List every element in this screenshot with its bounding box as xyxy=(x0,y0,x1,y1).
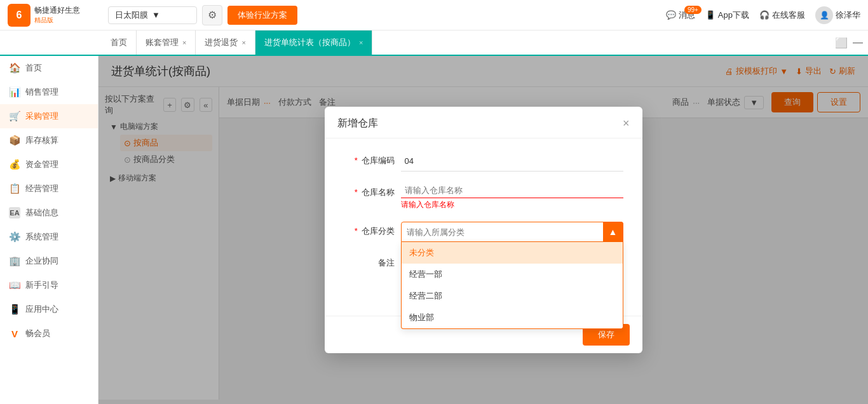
category-field-wrap: ▲ 未分类 经营一部 经营二部 物业部 xyxy=(401,222,623,242)
dropdown-item-0[interactable]: 未分类 xyxy=(402,242,623,264)
message-button[interactable]: 💬 消息 99+ xyxy=(666,10,695,21)
content-area: 进货单统计(按商品) 🖨 按模板打印 ▼ ⬇ 导出 ↻ 刷新 xyxy=(98,56,868,404)
sidebar-item-label: 基础信息 xyxy=(25,207,58,219)
category-input[interactable] xyxy=(401,222,623,242)
category-label: * 仓库分类 xyxy=(344,222,395,237)
dialog-body: * 仓库编码 * 仓库名称 请输入仓库名称 xyxy=(325,138,642,316)
basic-info-icon: EA xyxy=(9,207,20,219)
logo-area: 6 畅捷通好生意 精品版 xyxy=(8,4,103,27)
logo-icon: 6 xyxy=(8,4,31,27)
message-badge: 99+ xyxy=(684,6,702,14)
dropdown-item-1[interactable]: 经营一部 xyxy=(402,264,623,285)
tab-label: 进货单统计表（按商品） xyxy=(264,37,355,48)
chevron-down-icon: ▼ xyxy=(152,10,160,20)
code-label: * 仓库编码 xyxy=(344,151,395,166)
sidebar-item-basic-info[interactable]: EA 基础信息 xyxy=(0,201,98,225)
home-icon: 🏠 xyxy=(9,62,20,74)
sidebar-item-inventory[interactable]: 📦 库存核算 xyxy=(0,128,98,152)
tab-bar-controls: ⬜ — xyxy=(835,30,868,55)
tab-minimize-button[interactable]: — xyxy=(853,37,863,48)
store-selector[interactable]: 日太阳膜 ▼ xyxy=(108,6,197,24)
sidebar-item-vip[interactable]: V 畅会员 xyxy=(0,321,98,346)
sidebar-item-label: 经营管理 xyxy=(25,183,58,194)
sidebar-item-purchase[interactable]: 🛒 采购管理 xyxy=(0,104,98,128)
vip-icon: V xyxy=(9,328,20,339)
notes-label: 备注 xyxy=(344,253,395,269)
tab-close-icon[interactable]: × xyxy=(241,39,245,46)
message-icon: 💬 xyxy=(666,10,676,20)
main-layout: 🏠 首页 📊 销售管理 🛒 采购管理 📦 库存核算 💰 资金管理 📋 经营管理 … xyxy=(0,56,868,404)
apps-icon: 📱 xyxy=(9,304,20,315)
sidebar-item-label: 系统管理 xyxy=(25,231,58,243)
purchase-icon: 🛒 xyxy=(9,111,20,122)
sidebar-item-label: 应用中心 xyxy=(25,304,58,315)
category-toggle-button[interactable]: ▲ xyxy=(603,222,623,242)
user-menu[interactable]: 👤 徐泽华 xyxy=(815,6,860,24)
name-error-text: 请输入仓库名称 xyxy=(401,199,623,210)
operations-icon: 📋 xyxy=(9,183,20,194)
sidebar: 🏠 首页 📊 销售管理 🛒 采购管理 📦 库存核算 💰 资金管理 📋 经营管理 … xyxy=(0,56,98,404)
sidebar-item-label: 企业协同 xyxy=(25,255,58,267)
trial-button[interactable]: 体验行业方案 xyxy=(227,6,297,25)
sidebar-item-enterprise[interactable]: 🏢 企业协同 xyxy=(0,249,98,273)
code-input[interactable] xyxy=(401,151,623,172)
form-row-name: * 仓库名称 请输入仓库名称 xyxy=(344,183,623,210)
mobile-icon: 📱 xyxy=(705,10,715,20)
enterprise-icon: 🏢 xyxy=(9,255,20,267)
settings-button[interactable]: ⚙ xyxy=(202,5,222,25)
sidebar-item-label: 畅会员 xyxy=(25,328,50,339)
form-row-category: * 仓库分类 ▲ 未分类 经营一部 经营二部 物业部 xyxy=(344,222,623,242)
sidebar-item-operations[interactable]: 📋 经营管理 xyxy=(0,177,98,201)
tab-restore-button[interactable]: ⬜ xyxy=(835,37,848,49)
sidebar-item-apps[interactable]: 📱 应用中心 xyxy=(0,297,98,321)
dropdown-item-3[interactable]: 物业部 xyxy=(402,307,623,328)
dialog-header: 新增仓库 × xyxy=(325,107,642,138)
tab-bar: 首页 账套管理 × 进货退货 × 进货单统计表（按商品） × ⬜ — xyxy=(0,30,868,56)
sales-icon: 📊 xyxy=(9,86,20,98)
sidebar-item-label: 首页 xyxy=(25,62,42,74)
tab-purchase-stats[interactable]: 进货单统计表（按商品） × xyxy=(255,30,372,55)
modal-overlay: 新增仓库 × * 仓库编码 * xyxy=(98,56,868,404)
tab-label: 进货退货 xyxy=(205,37,238,48)
name-input[interactable] xyxy=(401,183,623,198)
name-label: * 仓库名称 xyxy=(344,183,395,198)
name-field-wrap: 请输入仓库名称 xyxy=(401,183,623,210)
online-service-button[interactable]: 🎧 在线客服 xyxy=(759,10,805,21)
sidebar-item-label: 资金管理 xyxy=(25,159,58,170)
new-warehouse-dialog: 新增仓库 × * 仓库编码 * xyxy=(325,107,642,353)
sidebar-item-finance[interactable]: 💰 资金管理 xyxy=(0,152,98,177)
sidebar-item-label: 新手引导 xyxy=(25,279,58,291)
dialog-close-button[interactable]: × xyxy=(623,117,630,130)
tab-label: 账套管理 xyxy=(146,37,179,48)
sidebar-item-guide[interactable]: 📖 新手引导 xyxy=(0,273,98,297)
tab-home-label: 首页 xyxy=(111,37,127,48)
top-bar: 6 畅捷通好生意 精品版 日太阳膜 ▼ ⚙ 体验行业方案 💬 消息 99+ 📱 … xyxy=(0,0,868,30)
sidebar-item-label: 库存核算 xyxy=(25,135,58,146)
dialog-title: 新增仓库 xyxy=(337,117,378,130)
tab-account-management[interactable]: 账套管理 × xyxy=(137,30,196,55)
guide-icon: 📖 xyxy=(9,279,20,291)
inventory-icon: 📦 xyxy=(9,135,20,146)
finance-icon: 💰 xyxy=(9,159,20,170)
sidebar-item-system[interactable]: ⚙️ 系统管理 xyxy=(0,225,98,249)
avatar: 👤 xyxy=(815,6,833,24)
tab-purchase-return[interactable]: 进货退货 × xyxy=(196,30,255,55)
sidebar-item-label: 采购管理 xyxy=(25,111,58,122)
logo-text: 畅捷通好生意 精品版 xyxy=(34,5,80,25)
tab-home[interactable]: 首页 xyxy=(102,30,137,55)
form-row-code: * 仓库编码 xyxy=(344,151,623,172)
sidebar-item-home[interactable]: 🏠 首页 xyxy=(0,56,98,80)
headset-icon: 🎧 xyxy=(759,10,770,20)
top-bar-right: 💬 消息 99+ 📱 App下载 🎧 在线客服 👤 徐泽华 xyxy=(666,6,860,24)
dropdown-item-2[interactable]: 经营二部 xyxy=(402,285,623,307)
system-icon: ⚙️ xyxy=(9,231,20,243)
app-download-button[interactable]: 📱 App下载 xyxy=(705,10,749,21)
tab-close-icon[interactable]: × xyxy=(359,39,363,46)
category-dropdown: 未分类 经营一部 经营二部 物业部 xyxy=(401,242,623,329)
sidebar-item-label: 销售管理 xyxy=(25,86,58,98)
tab-close-icon[interactable]: × xyxy=(182,39,186,46)
sidebar-item-sales[interactable]: 📊 销售管理 xyxy=(0,80,98,104)
